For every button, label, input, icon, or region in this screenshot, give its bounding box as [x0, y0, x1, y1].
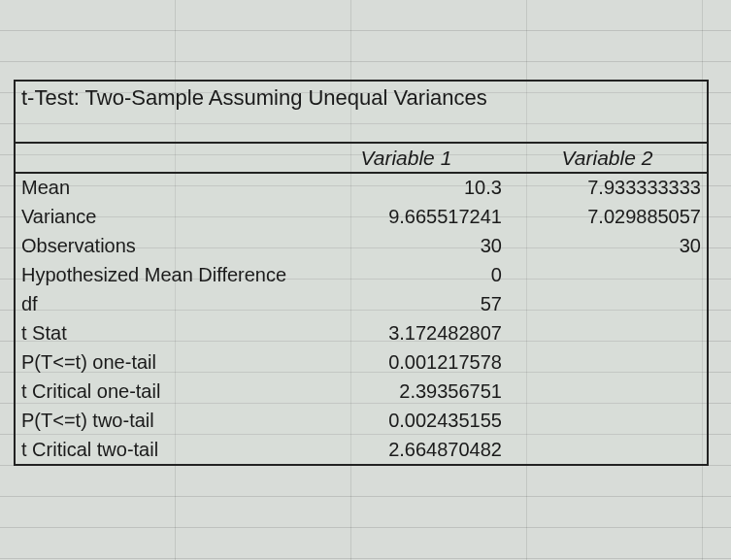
table-row: t Critical two-tail 2.664870482: [16, 435, 707, 464]
row-v2: [508, 377, 707, 406]
row-label: t Critical two-tail: [16, 435, 305, 464]
ttest-output-box: t-Test: Two-Sample Assuming Unequal Vari…: [14, 80, 709, 466]
ttest-table: Variable 1 Variable 2 Mean 10.3 7.933333…: [16, 144, 707, 464]
row-v1: 2.39356751: [305, 377, 508, 406]
row-label: Variance: [16, 202, 305, 231]
row-v2: [508, 435, 707, 464]
header-var1: Variable 1: [305, 144, 508, 173]
header-row: Variable 1 Variable 2: [16, 144, 707, 173]
row-label: P(T<=t) two-tail: [16, 406, 305, 435]
header-var2: Variable 2: [508, 144, 707, 173]
row-v1: 57: [305, 289, 508, 318]
row-label: P(T<=t) one-tail: [16, 347, 305, 377]
row-v2: 30: [508, 231, 707, 260]
header-blank: [16, 144, 305, 173]
table-row: Observations 30 30: [16, 231, 707, 260]
table-row: df 57: [16, 289, 707, 318]
row-v1: 0.001217578: [305, 347, 508, 377]
row-label: df: [16, 289, 305, 318]
row-v1: 9.665517241: [305, 202, 508, 231]
row-v2: [508, 289, 707, 318]
row-v1: 2.664870482: [305, 435, 508, 464]
table-row: P(T<=t) two-tail 0.002435155: [16, 406, 707, 435]
row-label: t Stat: [16, 318, 305, 347]
table-row: P(T<=t) one-tail 0.001217578: [16, 347, 707, 377]
row-v2: [508, 347, 707, 377]
ttest-body: Mean 10.3 7.933333333 Variance 9.6655172…: [16, 173, 707, 464]
row-v1: 10.3: [305, 173, 508, 202]
row-label: Mean: [16, 173, 305, 202]
row-v1: 30: [305, 231, 508, 260]
table-row: Variance 9.665517241 7.029885057: [16, 202, 707, 231]
row-v2: 7.029885057: [508, 202, 707, 231]
table-row: t Critical one-tail 2.39356751: [16, 377, 707, 406]
row-v2: 7.933333333: [508, 173, 707, 202]
row-label: Hypothesized Mean Difference: [16, 260, 305, 289]
row-v2: [508, 406, 707, 435]
output-title: t-Test: Two-Sample Assuming Unequal Vari…: [16, 82, 707, 144]
row-v2: [508, 318, 707, 347]
row-v2: [508, 260, 707, 289]
row-v1: 0.002435155: [305, 406, 508, 435]
row-label: t Critical one-tail: [16, 377, 305, 406]
row-label: Observations: [16, 231, 305, 260]
table-row: t Stat 3.172482807: [16, 318, 707, 347]
table-row: Mean 10.3 7.933333333: [16, 173, 707, 202]
row-v1: 3.172482807: [305, 318, 508, 347]
row-v1: 0: [305, 260, 508, 289]
table-row: Hypothesized Mean Difference 0: [16, 260, 707, 289]
